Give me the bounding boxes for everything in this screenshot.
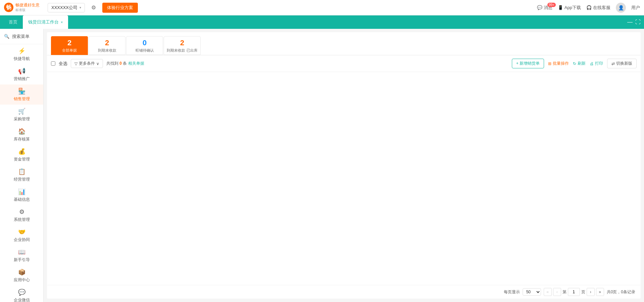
minimize-tab-icon[interactable]: — <box>627 19 633 25</box>
sidebar-item-label: 经营管理 <box>14 177 30 182</box>
sidebar-item-label: 企业协同 <box>14 237 30 243</box>
service-icon: 🎧 <box>586 5 592 10</box>
stat-num-all: 2 <box>67 39 71 47</box>
sidebar-item-label: 资金管理 <box>14 157 30 162</box>
close-tab-icon[interactable]: × <box>61 20 63 24</box>
sidebar-item-wechat[interactable]: 💬 企业微信 <box>0 286 43 302</box>
filter-icon: ▽ <box>74 61 77 66</box>
sidebar-item-sales[interactable]: 🏪 销售管理 <box>0 84 43 105</box>
select-all-checkbox[interactable] <box>51 61 55 66</box>
sidebar-item-system[interactable]: ⚙ 系统管理 <box>0 205 43 225</box>
sidebar-item-label: 销售管理 <box>14 96 30 102</box>
stat-num-overdue: 2 <box>105 39 109 47</box>
sidebar-item-label: 营销推广 <box>14 76 30 82</box>
messages-badge: 99+ <box>547 3 556 7</box>
switch-new-version-btn[interactable]: ⇄ 切换新版 <box>607 59 637 68</box>
company-selector[interactable]: XXXXXX公司 ▾ <box>48 3 85 12</box>
cooperation-icon: 🤝 <box>18 228 25 236</box>
sidebar-item-guide[interactable]: 📖 新手引导 <box>0 245 43 265</box>
page-unit: 页 <box>581 289 585 295</box>
logo-area: 畅 畅捷通好生意 标准版 <box>4 3 48 12</box>
sidebar-item-operations[interactable]: 📋 经营管理 <box>0 165 43 185</box>
sidebar: 🔍 搜索菜单 ⚡ 快捷导航 📢 营销推广 🏪 销售管理 🛒 采购管理 🏠 库存核… <box>0 29 44 302</box>
basic-info-icon: 📊 <box>18 188 25 195</box>
sidebar-item-inventory[interactable]: 🏠 库存核算 <box>0 125 43 145</box>
content-area: 2 全部单据 2 到期未收款 0 旺铺待确认 2 到期未收款 已出库 <box>44 29 644 302</box>
stat-num-pending: 0 <box>143 39 147 47</box>
company-name: XXXXXX公司 <box>51 5 77 11</box>
sidebar-item-marketing[interactable]: 📢 营销推广 <box>0 64 43 84</box>
last-page-btn[interactable]: » <box>596 288 604 296</box>
app-download-btn[interactable]: 📱 App下载 <box>558 5 581 11</box>
toolbar-left: 全选 ▽ 更多条件 ∨ 共找到 0 条 相关单据 <box>51 59 508 68</box>
stat-tab-all[interactable]: 2 全部单据 <box>51 36 88 55</box>
logo-text: 畅捷通好生意 <box>15 3 40 7</box>
sidebar-item-label: 库存核算 <box>14 136 30 142</box>
app-center-icon: 📦 <box>18 268 25 276</box>
batch-icon: ⊞ <box>548 61 551 66</box>
sidebar-item-purchase[interactable]: 🛒 采购管理 <box>0 105 43 125</box>
per-page-label: 每页显示 <box>504 289 520 295</box>
nav-tabs: 首页 钱货日清工作台 × — ⛶ <box>0 15 644 29</box>
inventory-icon: 🏠 <box>18 128 25 135</box>
prev-page-btn[interactable]: ‹ <box>553 288 561 296</box>
switch-icon: ⇄ <box>611 61 615 66</box>
messages-btn[interactable]: 💬 消息 99+ <box>537 5 552 11</box>
logo-icon: 畅 <box>4 3 13 12</box>
top-right-area: 💬 消息 99+ 📱 App下载 🎧 在线客服 👤 用户 <box>537 3 640 13</box>
toolbar: 全选 ▽ 更多条件 ∨ 共找到 0 条 相关单据 + 新增销货单 <box>47 55 641 72</box>
table-area <box>47 72 641 285</box>
sidebar-search[interactable]: 🔍 搜索菜单 <box>0 29 43 44</box>
more-filter-btn[interactable]: ▽ 更多条件 ∨ <box>71 59 103 68</box>
stat-label-overdue: 到期未收款 <box>98 48 116 53</box>
stat-num-overdue-out: 2 <box>180 39 184 47</box>
avatar[interactable]: 👤 <box>616 3 626 13</box>
marketing-icon: 📢 <box>18 67 25 75</box>
stat-tab-pending[interactable]: 0 旺铺待确认 <box>126 36 163 55</box>
tab-controls: — ⛶ <box>627 19 641 25</box>
trial-btn[interactable]: 体验行业方案 <box>102 3 138 13</box>
main-layout: 🔍 搜索菜单 ⚡ 快捷导航 📢 营销推广 🏪 销售管理 🛒 采购管理 🏠 库存核… <box>0 29 644 302</box>
first-page-btn[interactable]: « <box>544 288 552 296</box>
stat-label-overdue-out: 到期未收款 已出库 <box>167 48 197 53</box>
company-dropdown-arrow: ▾ <box>79 6 81 9</box>
message-icon: 💬 <box>537 5 542 10</box>
page-number-input[interactable] <box>568 288 580 296</box>
batch-operations-btn[interactable]: ⊞ 批量操作 <box>548 61 569 66</box>
sidebar-item-quick-nav[interactable]: ⚡ 快捷导航 <box>0 44 43 64</box>
sidebar-item-label: 新手引导 <box>14 257 30 263</box>
stat-tab-overdue[interactable]: 2 到期未收款 <box>89 36 125 55</box>
stat-tab-overdue-out[interactable]: 2 到期未收款 已出库 <box>164 36 201 55</box>
maximize-tab-icon[interactable]: ⛶ <box>635 19 641 25</box>
sidebar-item-label: 企业微信 <box>14 297 30 302</box>
quick-nav-icon: ⚡ <box>18 47 25 55</box>
found-count: 0 <box>119 61 122 66</box>
new-sales-order-btn[interactable]: + 新增销货单 <box>512 59 544 68</box>
home-tab-label: 首页 <box>9 19 17 25</box>
sales-icon: 🏪 <box>18 87 25 95</box>
page-nav: « ‹ 第 页 › » <box>544 288 604 296</box>
finance-icon: 💰 <box>18 148 25 155</box>
tab-home[interactable]: 首页 <box>3 15 23 29</box>
sidebar-item-basic-info[interactable]: 📊 基础信息 <box>0 185 43 205</box>
app-download-icon: 📱 <box>558 5 563 10</box>
wechat-icon: 💬 <box>18 289 25 296</box>
refresh-icon: ↻ <box>573 61 576 66</box>
sidebar-item-app-center[interactable]: 📦 应用中心 <box>0 265 43 286</box>
online-service-label: 在线客服 <box>593 5 610 11</box>
select-all-label: 全选 <box>59 61 67 67</box>
search-label: 搜索菜单 <box>12 34 30 40</box>
settings-button[interactable]: ⚙ <box>88 2 99 13</box>
per-page-select[interactable]: 50 100 200 <box>523 288 541 296</box>
next-page-btn[interactable]: › <box>587 288 595 296</box>
print-btn[interactable]: 🖨 打印 <box>590 61 603 66</box>
tab-daily-work[interactable]: 钱货日清工作台 × <box>23 15 68 29</box>
print-icon: 🖨 <box>590 61 594 66</box>
sidebar-item-label: 采购管理 <box>14 116 30 122</box>
online-service-btn[interactable]: 🎧 在线客服 <box>586 5 610 11</box>
refresh-btn[interactable]: ↻ 刷新 <box>573 61 586 66</box>
stats-tabs: 2 全部单据 2 到期未收款 0 旺铺待确认 2 到期未收款 已出库 <box>47 32 641 55</box>
sidebar-item-finance[interactable]: 💰 资金管理 <box>0 145 43 165</box>
stat-label-all: 全部单据 <box>62 48 77 53</box>
sidebar-item-cooperation[interactable]: 🤝 企业协同 <box>0 225 43 245</box>
